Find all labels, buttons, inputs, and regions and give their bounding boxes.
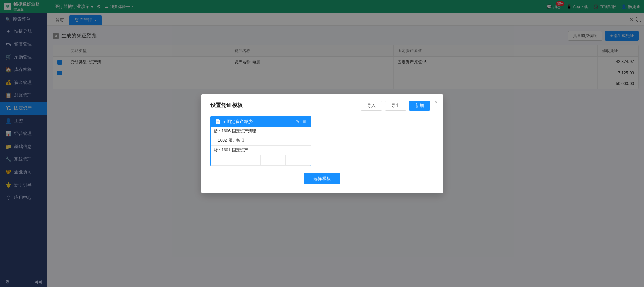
template-delete-btn[interactable]: 🗑 xyxy=(302,119,307,124)
template-cell-row3: 贷：1601 固定资产 xyxy=(211,146,311,155)
template-cell-row2: 1602 累计折旧 xyxy=(211,136,311,145)
export-btn[interactable]: 导出 xyxy=(385,101,406,111)
modal-close-btn[interactable]: × xyxy=(435,99,438,105)
template-row: 1602 累计折旧 xyxy=(211,136,311,146)
import-btn[interactable]: 导入 xyxy=(361,101,382,111)
template-header-left: 📄 5-固定资产减少 xyxy=(215,119,253,125)
template-row: 借：1606 固定资产清理 xyxy=(211,127,311,136)
template-name: 5-固定资产减少 xyxy=(223,119,253,125)
template-edit-btn[interactable]: ✎ xyxy=(296,119,300,124)
modal-toolbar: 导入 导出 新增 xyxy=(361,101,430,111)
empty-cell xyxy=(286,155,311,165)
template-row: 贷：1601 固定资产 xyxy=(211,146,311,155)
empty-cell xyxy=(211,155,236,165)
modal-set-template: × 设置凭证模板 导入 导出 新增 📄 5-固定资产减少 ✎ 🗑 xyxy=(201,94,443,193)
empty-cell xyxy=(261,155,286,165)
template-card: 📄 5-固定资产减少 ✎ 🗑 借：1606 固定资产清理 1602 累计折旧 xyxy=(210,116,311,166)
template-doc-icon: 📄 xyxy=(215,119,221,124)
new-template-btn[interactable]: 新增 xyxy=(409,101,430,111)
template-card-header: 📄 5-固定资产减少 ✎ 🗑 xyxy=(211,117,311,127)
template-cell-row1: 借：1606 固定资产清理 xyxy=(211,127,311,136)
modal-overlay[interactable]: × 设置凭证模板 导入 导出 新增 📄 5-固定资产减少 ✎ 🗑 xyxy=(0,0,644,287)
template-row-empty xyxy=(211,155,311,166)
select-template-btn[interactable]: 选择模板 xyxy=(304,173,340,184)
empty-cell xyxy=(236,155,261,165)
template-header-actions: ✎ 🗑 xyxy=(296,119,307,124)
template-body: 借：1606 固定资产清理 1602 累计折旧 贷：1601 固定资产 xyxy=(211,127,311,166)
